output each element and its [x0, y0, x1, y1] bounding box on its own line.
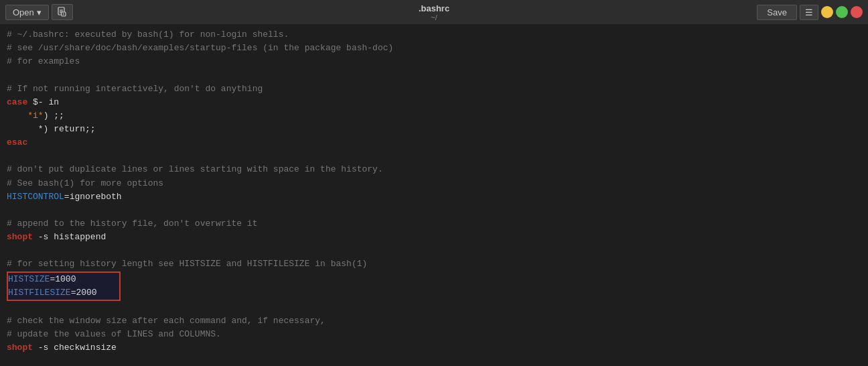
line-7: *i*) ;;	[7, 109, 861, 123]
titlebar: Open ▾ .bashrc ~/ Save ☰ _ □ ✕	[0, 0, 868, 24]
line-14	[7, 204, 861, 217]
file-path: ~/	[419, 13, 449, 21]
line-16: shopt -s histappend	[7, 231, 861, 244]
line-23: # update the values of LINES and COLUMNS…	[7, 328, 861, 341]
selection-highlight: HISTSIZE=1000 HISTFILESIZE=2000	[7, 271, 121, 301]
file-icon-button[interactable]	[52, 4, 73, 20]
line-24: shopt -s checkwinsize	[7, 341, 861, 355]
line-10	[7, 149, 861, 163]
titlebar-left: Open ▾	[5, 4, 73, 20]
open-button[interactable]: Open ▾	[5, 5, 49, 20]
line-20: HISTFILESIZE=2000	[8, 286, 119, 300]
line-9: esac	[7, 136, 861, 149]
file-title: .bashrc	[419, 3, 449, 13]
open-dropdown-arrow: ▾	[37, 7, 42, 17]
line-8: *) return;;	[7, 123, 861, 136]
save-button[interactable]: Save	[757, 5, 797, 20]
line-19: HISTSIZE=1000	[8, 273, 119, 286]
line-17	[7, 244, 861, 257]
minimize-button[interactable]: _	[821, 6, 833, 18]
maximize-button[interactable]: □	[836, 6, 848, 18]
titlebar-right: Save ☰ _ □ ✕	[757, 5, 863, 20]
line-2: # see /usr/share/doc/bash/examples/start…	[7, 42, 861, 55]
line-12: # See bash(1) for more options	[7, 177, 861, 190]
titlebar-center: .bashrc ~/	[419, 3, 449, 21]
line-22: # check the window size after each comma…	[7, 314, 861, 328]
line-18: # for setting history length see HISTSIZ…	[7, 257, 861, 271]
open-label: Open	[13, 7, 34, 17]
line-3: # for examples	[7, 55, 861, 68]
svg-rect-4	[62, 12, 66, 16]
menu-button[interactable]: ☰	[800, 5, 818, 20]
line-1: # ~/.bashrc: executed by bash(1) for non…	[7, 28, 861, 42]
editor[interactable]: # ~/.bashrc: executed by bash(1) for non…	[0, 24, 868, 366]
line-21	[7, 301, 861, 314]
line-6: case $- in	[7, 96, 861, 109]
file-icon	[57, 7, 68, 17]
line-15: # append to the history file, don't over…	[7, 217, 861, 231]
menu-icon: ☰	[805, 7, 813, 17]
line-13: HISTCONTROL=ignoreboth	[7, 190, 861, 204]
line-5: # If not running interactively, don't do…	[7, 82, 861, 96]
close-button[interactable]: ✕	[851, 6, 863, 18]
line-11: # don't put duplicate lines or lines sta…	[7, 163, 861, 176]
line-25	[7, 355, 861, 366]
line-4	[7, 68, 861, 82]
